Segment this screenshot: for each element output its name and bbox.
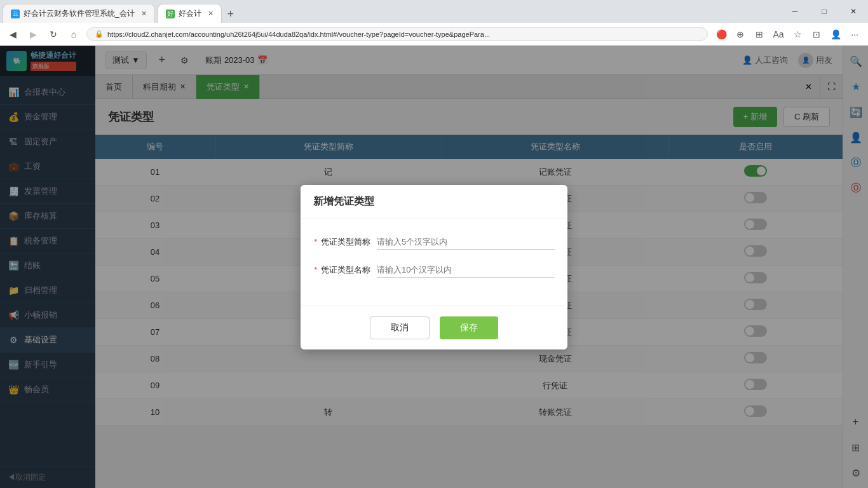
lock-icon: 🔒 [95, 30, 104, 38]
close-button[interactable]: ✕ [839, 0, 868, 23]
form-label-short: * 凭证类型简称 [313, 236, 370, 248]
tab-close-1[interactable]: ✕ [141, 10, 147, 18]
reload-button[interactable]: ↻ [46, 27, 61, 42]
input-name[interactable] [377, 262, 555, 278]
tab-label-1: 好会计云财务软件管理系统_会计 [24, 8, 135, 19]
tab-groups-button[interactable]: ⊞ [751, 26, 768, 43]
modal-overlay: 新增凭证类型 * 凭证类型简称 * 凭证类型名称 取消 保存 [0, 46, 868, 488]
favorites-button[interactable]: ☆ [789, 26, 806, 43]
browser-window: 云 好会计云财务软件管理系统_会计 ✕ 好 好会计 ✕ + ─ □ ✕ ◀ ▶ … [0, 0, 868, 46]
new-tab-button[interactable]: + [222, 5, 240, 23]
modal-footer: 取消 保存 [301, 306, 567, 349]
form-row-name: * 凭证类型名称 [313, 262, 555, 278]
tab-bar: 云 好会计云财务软件管理系统_会计 ✕ 好 好会计 ✕ + ─ □ ✕ [0, 0, 868, 23]
save-button[interactable]: 保存 [440, 316, 498, 339]
modal-title: 新增凭证类型 [301, 185, 567, 219]
tab-close-2[interactable]: ✕ [208, 10, 214, 18]
profile-button[interactable]: 👤 [827, 26, 844, 43]
url-bar[interactable]: 🔒 https://cloud2.chanjet.com/accounting/… [86, 27, 708, 41]
input-short[interactable] [377, 234, 555, 250]
window-controls: ─ □ ✕ [780, 0, 868, 23]
collections-button[interactable]: ⊡ [808, 26, 825, 43]
tab-label-2: 好会计 [179, 8, 201, 19]
maximize-button[interactable]: □ [810, 0, 839, 23]
extensions-button[interactable]: 🔴 [713, 26, 729, 43]
url-text: https://cloud2.chanjet.com/accounting/uh… [107, 30, 490, 38]
home-button[interactable]: ⌂ [66, 27, 81, 42]
label-name-text: 凭证类型名称 [321, 265, 370, 274]
more-button[interactable]: ··· [846, 26, 863, 43]
minimize-button[interactable]: ─ [780, 0, 810, 23]
back-button[interactable]: ◀ [5, 27, 20, 42]
label-short-text: 凭证类型简称 [321, 237, 370, 247]
required-star-2: * [314, 265, 317, 274]
address-bar: ◀ ▶ ↻ ⌂ 🔒 https://cloud2.chanjet.com/acc… [0, 23, 868, 46]
tab-favicon-1: 云 [11, 10, 20, 18]
browser-actions: 🔴 ⊕ ⊞ Aa ☆ ⊡ 👤 ··· [713, 26, 863, 43]
modal-body: * 凭证类型简称 * 凭证类型名称 [301, 219, 567, 306]
form-row-short: * 凭证类型简称 [313, 234, 555, 250]
browser-tab-1[interactable]: 云 好会计云财务软件管理系统_会计 ✕ [3, 4, 155, 23]
forward-button[interactable]: ▶ [25, 27, 41, 42]
form-label-name: * 凭证类型名称 [313, 264, 370, 276]
required-star-1: * [314, 237, 317, 247]
tab-favicon-2: 好 [166, 10, 175, 18]
cancel-button[interactable]: 取消 [370, 316, 430, 339]
star-button[interactable]: ⊕ [732, 26, 749, 43]
reading-mode-button[interactable]: Aa [770, 26, 787, 43]
new-voucher-modal: 新增凭证类型 * 凭证类型简称 * 凭证类型名称 取消 保存 [301, 185, 567, 349]
browser-tab-2[interactable]: 好 好会计 ✕ [158, 4, 222, 23]
